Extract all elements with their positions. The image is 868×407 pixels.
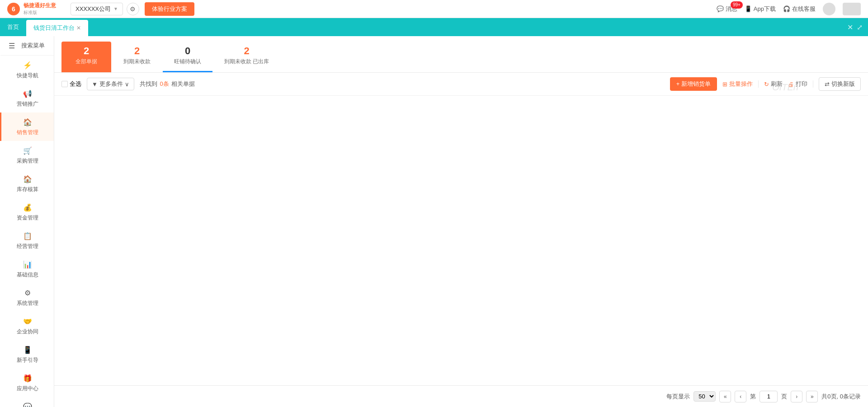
- toolbar-divider-2: [813, 80, 813, 88]
- online-service-label: 在线客服: [792, 5, 816, 13]
- next-page-button[interactable]: ›: [791, 391, 802, 402]
- sidebar-item-purchase[interactable]: 🛒 采购管理: [0, 141, 54, 169]
- quick-nav-label: 快捷导航: [17, 72, 38, 80]
- marketing-icon: 📢: [23, 89, 33, 98]
- tab-expand-icon[interactable]: ⤢: [857, 23, 863, 32]
- sidebar-item-cooperation[interactable]: 🤝 企业协同: [0, 312, 54, 340]
- stat-label-all: 全部单据: [75, 58, 97, 65]
- pagination: 每页显示 50 « ‹ 第 页 › » 共0页, 0条记录: [54, 385, 868, 407]
- inventory-icon: 🏠: [23, 174, 33, 184]
- sidebar-item-wechat[interactable]: 💬 企业微信: [0, 397, 54, 407]
- sidebar-item-inventory[interactable]: 🏠 库存核算: [0, 169, 54, 198]
- tab-home[interactable]: 首页: [0, 18, 26, 36]
- sidebar-item-finance[interactable]: 💰 资金管理: [0, 198, 54, 226]
- message-badge: 99+: [731, 1, 743, 9]
- print-label: 打印: [796, 80, 807, 88]
- online-service-action[interactable]: 🎧 在线客服: [783, 5, 816, 13]
- app-center-icon: 🎁: [23, 373, 33, 383]
- sidebar-item-system[interactable]: ⚙ 系统管理: [0, 283, 54, 312]
- system-label: 系统管理: [17, 299, 38, 307]
- switch-icon: ⇄: [825, 81, 830, 88]
- new-sale-button[interactable]: + 新增销货单: [670, 77, 717, 91]
- per-page-label: 每页显示: [666, 393, 690, 401]
- sidebar-item-quick-nav[interactable]: ⚡ 快捷导航: [0, 56, 54, 84]
- stat-tab-overdue[interactable]: 2 到期未收款: [112, 42, 162, 72]
- company-dropdown-arrow: ▼: [113, 6, 118, 11]
- tab-close-icon[interactable]: ✕: [76, 25, 81, 31]
- basic-info-label: 基础信息: [17, 271, 38, 279]
- sidebar-item-basic-info[interactable]: 📊 基础信息: [0, 255, 54, 283]
- app-download-action[interactable]: 📱 App下载: [745, 5, 776, 13]
- finance-icon: 💰: [23, 202, 33, 212]
- search-menu-icon: ☰: [7, 41, 17, 51]
- tab-cash-goods[interactable]: 钱货日清工作台 ✕: [26, 20, 88, 36]
- stat-tab-all[interactable]: 2 全部单据: [61, 42, 111, 72]
- checkbox-icon: [61, 81, 68, 87]
- refresh-button[interactable]: ↻ 刷新: [764, 80, 783, 88]
- batch-action-button[interactable]: ⊞ 批量操作: [722, 80, 753, 88]
- sidebar-item-guide[interactable]: 📱 新手引导: [0, 340, 54, 369]
- stat-label-overdue-out: 到期未收款 已出库: [224, 58, 269, 65]
- sidebar-item-sales[interactable]: 🏠 销售管理: [0, 112, 54, 141]
- marketing-label: 营销推广: [17, 100, 38, 108]
- stat-num-overdue: 2: [134, 45, 140, 57]
- switch-version-button[interactable]: ⇄ 切换新版: [819, 77, 861, 91]
- top-header: 6 畅捷通好生意 标准版 XXXXXX公司 ▼ ⚙ 体验行业方案 💬 消息 99…: [0, 0, 868, 18]
- operations-icon: 📋: [23, 231, 33, 241]
- stat-num-overdue-out: 2: [244, 45, 250, 57]
- purchase-icon: 🛒: [23, 145, 33, 155]
- batch-icon: ⊞: [722, 81, 727, 88]
- message-action[interactable]: 💬 消息 99+: [717, 5, 737, 13]
- settings-gear-icon: ⚙: [130, 5, 136, 13]
- page-suffix: 页: [781, 393, 787, 401]
- operations-label: 经营管理: [17, 243, 38, 250]
- select-all-label: 全选: [70, 80, 81, 88]
- stat-num-all: 2: [84, 45, 89, 57]
- table-area: [54, 96, 868, 385]
- filter-chevron-icon: ∨: [125, 81, 129, 88]
- last-page-button[interactable]: »: [806, 391, 818, 402]
- page-prefix: 第: [750, 393, 756, 401]
- user-name-area: [843, 3, 861, 15]
- logo-area: 6 畅捷通好生意 标准版: [7, 2, 61, 16]
- cash-goods-tab-label: 钱货日清工作台: [33, 24, 75, 32]
- page-input[interactable]: [760, 391, 778, 402]
- logo-icon: 6: [7, 3, 20, 15]
- headset-icon: 🎧: [783, 5, 790, 12]
- sidebar-item-app-center[interactable]: 🎁 应用中心: [0, 369, 54, 397]
- company-selector[interactable]: XXXXXX公司 ▼: [71, 3, 123, 15]
- filter-icon: ▼: [92, 81, 98, 88]
- stat-label-overdue: 到期未收款: [123, 58, 151, 65]
- print-button[interactable]: 🖨 打印: [788, 80, 807, 88]
- select-all-checkbox[interactable]: 全选: [61, 80, 81, 88]
- per-page-select[interactable]: 50: [693, 391, 716, 402]
- filter-button[interactable]: ▼ 更多条件 ∨: [87, 78, 134, 90]
- guide-icon: 📱: [23, 345, 33, 355]
- search-menu-label: 搜索菜单: [21, 42, 45, 50]
- avatar[interactable]: [823, 3, 835, 15]
- filter-label: 更多条件: [99, 80, 123, 88]
- first-page-button[interactable]: «: [719, 391, 731, 402]
- trial-button[interactable]: 体验行业方案: [145, 2, 194, 16]
- found-count: 0条: [160, 80, 169, 87]
- sidebar-item-search[interactable]: ☰ 搜索菜单: [0, 36, 54, 56]
- switch-label: 切换新版: [831, 80, 855, 88]
- refresh-label: 刷新: [771, 80, 783, 88]
- settings-icon[interactable]: ⚙: [127, 3, 139, 15]
- stat-num-pending: 0: [185, 45, 190, 57]
- purchase-label: 采购管理: [17, 157, 38, 165]
- layout: ☰ 搜索菜单 ⚡ 快捷导航 📢 营销推广 🏠 销售管理 🛒 采购管理 🏠 库存核…: [0, 36, 868, 407]
- app-center-label: 应用中心: [17, 385, 38, 393]
- stat-tab-pending[interactable]: 0 旺铺待确认: [163, 42, 212, 72]
- sidebar-item-operations[interactable]: 📋 经营管理: [0, 226, 54, 255]
- tab-close-window-icon[interactable]: ✕: [847, 23, 853, 32]
- stat-tab-overdue-out[interactable]: 2 到期未收款 已出库: [213, 42, 280, 72]
- found-text: 共找到 0条 相关单据: [140, 80, 195, 88]
- tab-bar: 首页 钱货日清工作台 ✕ ✕ ⤢: [0, 18, 868, 36]
- quick-nav-icon: ⚡: [23, 60, 33, 70]
- system-icon: ⚙: [23, 288, 33, 298]
- header-left: 6 畅捷通好生意 标准版 XXXXXX公司 ▼ ⚙ 体验行业方案: [7, 2, 194, 16]
- sidebar-item-marketing[interactable]: 📢 营销推广: [0, 84, 54, 112]
- prev-page-button[interactable]: ‹: [735, 391, 746, 402]
- message-icon: 💬: [717, 5, 724, 12]
